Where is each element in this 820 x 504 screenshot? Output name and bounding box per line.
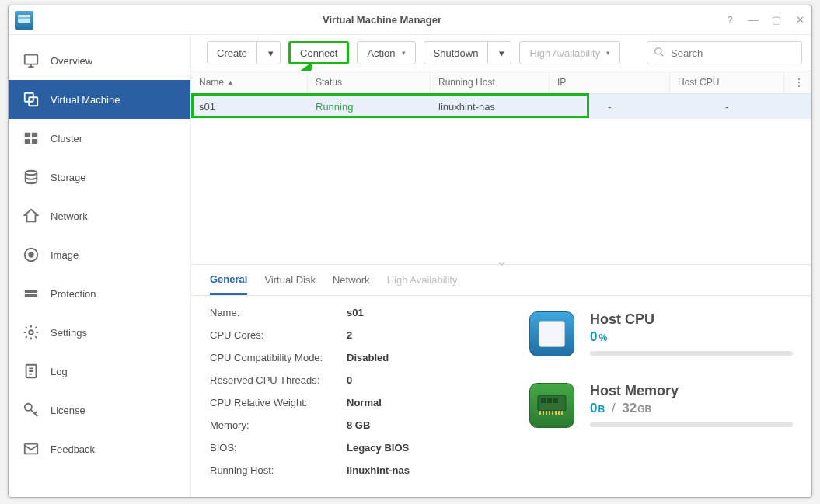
titlebar: Virtual Machine Manager ? — ▢ ✕ [9, 5, 811, 35]
connect-button[interactable]: Connect [288, 41, 349, 64]
prop-cores-val: 2 [347, 329, 352, 341]
search-input[interactable] [647, 41, 802, 64]
cell-status: Running [308, 101, 431, 113]
sort-asc-icon: ▲ [227, 78, 234, 86]
sidebar-item-feedback[interactable]: Feedback [9, 429, 190, 468]
col-name[interactable]: Name▲ [191, 71, 308, 93]
protection-icon [23, 285, 40, 302]
prop-rhost-key: Running Host: [210, 464, 347, 476]
svg-rect-29 [558, 411, 560, 415]
sidebar-item-label: Storage [51, 172, 86, 183]
sidebar-item-overview[interactable]: Overview [9, 41, 190, 80]
sidebar-item-log[interactable]: Log [9, 352, 190, 391]
high-availability-button[interactable]: High Availability▾ [519, 41, 620, 64]
col-more-icon[interactable]: ⋮ [784, 71, 811, 93]
tab-network[interactable]: Network [333, 266, 370, 294]
svg-rect-21 [547, 398, 552, 403]
cluster-icon [23, 130, 40, 147]
sidebar-item-label: Virtual Machine [51, 94, 120, 106]
svg-rect-5 [25, 133, 30, 137]
prop-weight-val: Normal [347, 397, 382, 408]
minimize-icon[interactable]: — [748, 14, 759, 26]
window-title: Virtual Machine Manager [40, 14, 724, 26]
host-cpu-bar [590, 351, 793, 356]
sidebar: Overview Virtual Machine Cluster Storage… [9, 35, 191, 497]
col-host-cpu[interactable]: Host CPU [670, 71, 784, 93]
svg-rect-23 [539, 411, 541, 415]
sidebar-item-virtual-machine[interactable]: Virtual Machine [9, 80, 190, 119]
svg-rect-2 [25, 55, 38, 64]
chevron-down-icon: ▾ [402, 49, 406, 57]
tab-high-availability: High Availability [387, 266, 458, 294]
cell-host: linuxhint-nas [431, 101, 550, 113]
prop-rthreads-key: Reserved CPU Threads: [210, 374, 347, 386]
sidebar-item-license[interactable]: License [9, 391, 190, 429]
prop-name-val: s01 [347, 307, 364, 318]
prop-weight-key: CPU Relative Weight: [210, 397, 347, 408]
action-button[interactable]: Action▾ [357, 41, 415, 64]
prop-bios-key: BIOS: [210, 442, 347, 454]
image-icon [23, 246, 40, 263]
maximize-icon[interactable]: ▢ [771, 14, 782, 26]
shutdown-button[interactable]: Shutdown ▾ [424, 41, 512, 64]
table-header: Name▲ Status Running Host IP Host CPU ⋮ [191, 71, 811, 94]
gear-icon [23, 324, 40, 341]
sidebar-item-network[interactable]: Network [9, 196, 190, 235]
close-icon[interactable]: ✕ [794, 14, 805, 26]
svg-rect-24 [543, 411, 544, 415]
vm-icon [23, 91, 40, 108]
svg-point-14 [29, 330, 33, 335]
sidebar-item-cluster[interactable]: Cluster [9, 119, 190, 158]
col-status[interactable]: Status [308, 71, 431, 93]
network-icon [23, 207, 40, 224]
search-field[interactable] [671, 47, 801, 59]
help-icon[interactable]: ? [724, 14, 735, 26]
prop-mem-key: Memory: [210, 419, 347, 431]
prop-bios-val: Legacy BIOS [347, 442, 409, 454]
sidebar-item-label: Overview [51, 55, 92, 67]
sidebar-item-image[interactable]: Image [9, 235, 190, 274]
cpu-icon [529, 311, 574, 356]
app-icon [15, 11, 33, 30]
svg-point-18 [655, 47, 661, 54]
svg-rect-6 [32, 133, 37, 137]
svg-rect-28 [555, 411, 557, 415]
detail-panel: General Virtual Disk Network High Availa… [191, 264, 811, 497]
sidebar-item-protection[interactable]: Protection [9, 274, 190, 313]
chevron-down-icon[interactable]: ▾ [262, 42, 280, 64]
svg-rect-12 [25, 290, 38, 293]
tab-general[interactable]: General [210, 266, 247, 295]
prop-rthreads-val: 0 [347, 374, 352, 386]
tab-virtual-disk[interactable]: Virtual Disk [264, 266, 316, 294]
key-icon [23, 401, 40, 419]
svg-rect-27 [552, 411, 553, 415]
col-running-host[interactable]: Running Host [431, 71, 550, 93]
svg-rect-1 [18, 17, 30, 19]
col-ip[interactable]: IP [550, 71, 670, 93]
mail-icon [23, 440, 40, 457]
svg-point-11 [29, 252, 33, 257]
chevron-down-icon[interactable]: ▾ [493, 42, 511, 64]
panel-resize-handle[interactable]: ⌄ [191, 258, 811, 264]
svg-rect-8 [32, 139, 37, 144]
table-row[interactable]: s01 Running linuxhint-nas - - [191, 94, 811, 119]
svg-rect-30 [561, 411, 563, 415]
host-memory-title: Host Memory [590, 383, 793, 399]
host-cpu-title: Host CPU [590, 311, 793, 328]
stats-panel: Host CPU 0% [498, 296, 811, 497]
prop-compat-key: CPU Compatibility Mode: [210, 352, 347, 363]
create-button[interactable]: Create ▾ [207, 41, 281, 64]
overview-icon [23, 52, 40, 69]
cell-cpu: - [670, 101, 784, 113]
sidebar-item-label: Settings [51, 327, 87, 339]
prop-mem-val: 8 GB [347, 419, 370, 431]
svg-rect-13 [25, 294, 38, 297]
sidebar-item-storage[interactable]: Storage [9, 158, 190, 196]
cell-name: s01 [191, 101, 308, 113]
sidebar-item-label: License [51, 405, 85, 416]
memory-icon [529, 383, 574, 428]
sidebar-item-settings[interactable]: Settings [9, 313, 190, 352]
toolbar: Create ▾ Connect Action▾ Shutdown ▾ High… [191, 35, 811, 71]
host-memory-bar [590, 422, 793, 427]
cell-ip: - [550, 101, 670, 113]
